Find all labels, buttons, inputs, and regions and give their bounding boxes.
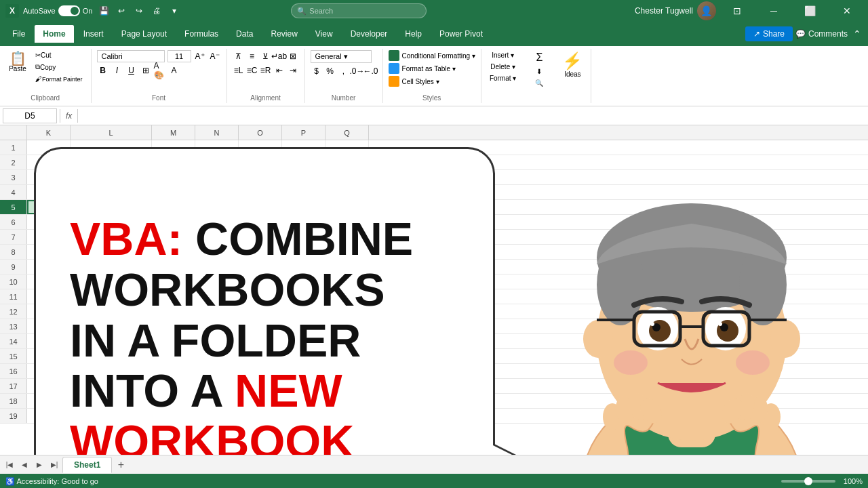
autosum-button[interactable]: Σ (527, 50, 551, 65)
row-num-3[interactable]: 3 (0, 170, 27, 184)
tab-data[interactable]: Data (228, 25, 261, 43)
border-button[interactable]: ⊞ (140, 64, 152, 77)
sheet-nav-first[interactable]: |◀ (3, 458, 16, 472)
col-header-n[interactable]: N (195, 125, 239, 140)
tab-review[interactable]: Review (262, 25, 305, 43)
merge-center-button[interactable]: ⊠ (287, 50, 299, 62)
col-header-k[interactable]: K (27, 125, 71, 140)
paste-button[interactable]: 📋 Paste (5, 50, 30, 74)
font-color-button[interactable]: A (168, 64, 180, 77)
tab-insert[interactable]: Insert (75, 25, 112, 43)
accounting-format-button[interactable]: $ (311, 65, 323, 77)
sheet-nav-prev[interactable]: ◀ (18, 458, 31, 472)
tab-formulas[interactable]: Formulas (176, 25, 226, 43)
row-num-19[interactable]: 19 (0, 409, 27, 423)
row-num-4[interactable]: 4 (0, 185, 27, 199)
italic-button[interactable]: I (111, 64, 123, 77)
wrap-text-button[interactable]: ↵ab (273, 50, 285, 62)
align-left-button[interactable]: ≡L (233, 64, 245, 77)
col-header-q[interactable]: Q (326, 125, 369, 140)
tab-power-pivot[interactable]: Power Pivot (431, 25, 491, 43)
row-num-15[interactable]: 15 (0, 349, 27, 363)
font-size-decrease-button[interactable]: A⁻ (209, 50, 221, 62)
formula-input[interactable] (81, 108, 865, 123)
col-header-m[interactable]: M (152, 125, 195, 140)
search-bar[interactable]: 🔍 Search (291, 3, 427, 18)
align-center-button[interactable]: ≡C (246, 64, 258, 77)
sheet-nav-next[interactable]: ▶ (33, 458, 46, 472)
copy-button[interactable]: ⧉Copy (33, 62, 85, 73)
format-cells-button[interactable]: Format ▾ (487, 73, 519, 83)
fill-color-button[interactable]: A🎨 (154, 64, 166, 77)
comments-button[interactable]: 💬 Comments (795, 29, 848, 39)
row-num-2[interactable]: 2 (0, 155, 27, 169)
undo-icon[interactable]: ↩ (114, 3, 129, 18)
indent-decrease-button[interactable]: ⇤ (273, 64, 285, 77)
collapse-ribbon-button[interactable]: ⌃ (850, 26, 864, 42)
row-num-7[interactable]: 7 (0, 230, 27, 244)
row-num-17[interactable]: 17 (0, 379, 27, 393)
cut-button[interactable]: ✂Cut (33, 50, 85, 60)
font-size-increase-button[interactable]: A⁺ (194, 50, 206, 62)
font-size-selector[interactable]: 11 (167, 50, 191, 62)
row-num-10[interactable]: 10 (0, 274, 27, 289)
close-button[interactable]: ✕ (831, 0, 863, 22)
sheet-nav-last[interactable]: ▶| (47, 458, 61, 472)
row-num-13[interactable]: 13 (0, 319, 27, 333)
row-num-5[interactable]: 5 (0, 200, 27, 214)
sheet-tab-sheet1[interactable]: Sheet1 (62, 457, 112, 473)
comma-format-button[interactable]: , (338, 65, 350, 77)
row-num-14[interactable]: 14 (0, 334, 27, 348)
zoom-slider[interactable] (781, 480, 835, 483)
percent-format-button[interactable]: % (324, 65, 336, 77)
delete-cells-button[interactable]: Delete ▾ (487, 62, 519, 72)
align-top-button[interactable]: ⊼ (233, 50, 245, 62)
tab-help[interactable]: Help (397, 25, 430, 43)
tab-view[interactable]: View (307, 25, 341, 43)
autosave-toggle[interactable] (58, 5, 80, 16)
ideas-button[interactable]: ⚡ Ideas (559, 50, 585, 79)
tab-page-layout[interactable]: Page Layout (113, 25, 175, 43)
row-num-16[interactable]: 16 (0, 364, 27, 378)
insert-cells-button[interactable]: Insert ▾ (487, 50, 519, 60)
row-num-1[interactable]: 1 (0, 140, 27, 155)
align-right-button[interactable]: ≡R (260, 64, 272, 77)
bold-button[interactable]: B (97, 64, 109, 77)
row-num-18[interactable]: 18 (0, 394, 27, 408)
tab-developer[interactable]: Developer (342, 25, 396, 43)
number-format-selector[interactable]: General ▾ (311, 50, 372, 63)
indent-increase-button[interactable]: ⇥ (287, 64, 299, 77)
restore-button[interactable]: ⬜ (795, 0, 826, 22)
fill-button[interactable]: ⬇ (527, 66, 551, 77)
add-sheet-button[interactable]: + (113, 458, 128, 472)
format-painter-button[interactable]: 🖌Format Painter (33, 74, 85, 84)
tab-home[interactable]: Home (35, 25, 73, 43)
align-middle-button[interactable]: ≡ (246, 50, 258, 62)
dropdown-icon[interactable]: ▾ (167, 3, 182, 18)
share-button[interactable]: ↗ Share (745, 26, 793, 41)
align-bottom-button[interactable]: ⊻ (260, 50, 272, 62)
redo-icon[interactable]: ↪ (132, 3, 146, 18)
cell-styles-button[interactable]: Cell Styles ▾ (402, 78, 439, 85)
underline-button[interactable]: U (125, 64, 138, 77)
ribbon-display-toggle[interactable]: ⊡ (722, 0, 753, 22)
row-num-8[interactable]: 8 (0, 245, 27, 259)
col-header-l[interactable]: L (71, 125, 152, 140)
conditional-formatting-button[interactable]: Conditional Formatting ▾ (402, 52, 475, 60)
col-header-o[interactable]: O (239, 125, 282, 140)
col-header-p[interactable]: P (282, 125, 326, 140)
row-num-12[interactable]: 12 (0, 304, 27, 319)
avatar[interactable]: 👤 (697, 1, 716, 20)
row-num-11[interactable]: 11 (0, 289, 27, 304)
row-num-9[interactable]: 9 (0, 260, 27, 274)
format-as-table-button[interactable]: Format as Table ▾ (402, 65, 456, 73)
find-select-button[interactable]: 🔍 (527, 78, 551, 88)
decimal-decrease-button[interactable]: ←.0 (365, 65, 377, 77)
tab-file[interactable]: File (4, 25, 33, 43)
minimize-button[interactable]: ─ (758, 0, 789, 22)
name-box[interactable] (3, 108, 57, 123)
row-num-6[interactable]: 6 (0, 215, 27, 229)
print-icon[interactable]: 🖨 (149, 3, 164, 18)
save-icon[interactable]: 💾 (96, 3, 111, 18)
decimal-increase-button[interactable]: .0→ (351, 65, 363, 77)
